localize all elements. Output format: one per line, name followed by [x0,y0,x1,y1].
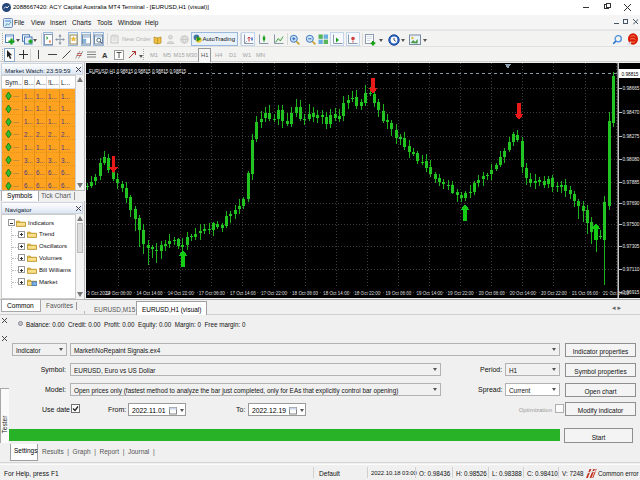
svg-text:0.97110: 0.97110 [623,266,640,272]
svg-text:14 Oct 14:00: 14 Oct 14:00 [137,290,163,296]
svg-text:18 Oct 06:00: 18 Oct 06:00 [292,290,318,296]
svg-text:20 Oct 22:00: 20 Oct 22:00 [541,290,567,296]
svg-text:0.98275: 0.98275 [623,133,640,139]
svg-text:17 Oct 22:00: 17 Oct 22:00 [261,290,287,296]
svg-text:0.97690: 0.97690 [623,200,640,206]
svg-text:21 Oct 06:00: 21 Oct 06:00 [572,290,598,296]
svg-text:18 Oct 22:00: 18 Oct 22:00 [354,290,380,296]
svg-text:0.98815: 0.98815 [622,71,639,77]
svg-text:19 Oct 22:00: 19 Oct 22:00 [448,290,474,296]
svg-text:0.97885: 0.97885 [623,179,640,185]
svg-text:21 Oct 14:00: 21 Oct 14:00 [603,290,629,296]
svg-text:19 Oct 14:00: 19 Oct 14:00 [417,290,443,296]
svg-text:0.98080: 0.98080 [623,156,640,162]
svg-text:0.98470: 0.98470 [623,109,640,115]
svg-text:19 Oct 06:00: 19 Oct 06:00 [385,290,411,296]
svg-text:17 Oct 14:00: 17 Oct 14:00 [230,290,256,296]
svg-text:EURUSD,H1 0.98815 0.98815 0.9: EURUSD,H1 0.98815 0.98815 0.98815 0.9881… [89,68,186,74]
svg-text:0.97305: 0.97305 [623,243,640,249]
svg-text:17 Oct 06:00: 17 Oct 06:00 [199,290,225,296]
svg-text:20 Oct 06:00: 20 Oct 06:00 [479,290,505,296]
svg-text:14 Oct 06:00: 14 Oct 06:00 [106,290,132,296]
svg-text:0.98665: 0.98665 [623,85,640,91]
svg-text:14 Oct 22:00: 14 Oct 22:00 [168,290,194,296]
svg-text:20 Oct 14:00: 20 Oct 14:00 [510,290,536,296]
svg-text:0.97500: 0.97500 [623,221,640,227]
svg-text:18 Oct 14:00: 18 Oct 14:00 [323,290,349,296]
